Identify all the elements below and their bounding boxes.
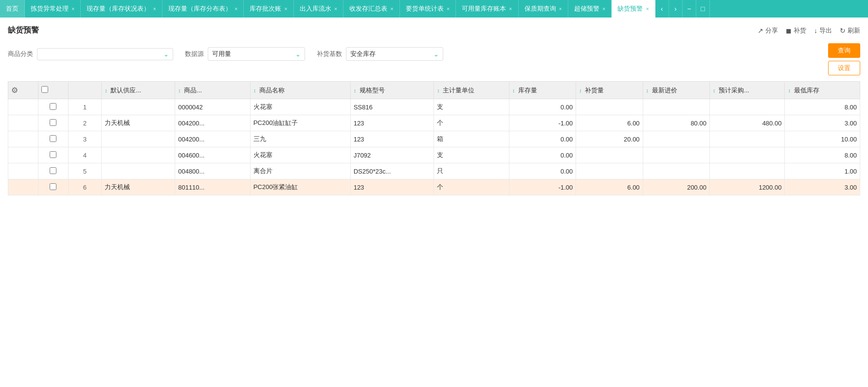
row-price-3 — [643, 131, 709, 147]
tab-close-inout[interactable]: × — [334, 6, 337, 12]
query-button[interactable]: 查询 — [828, 43, 860, 58]
row-checkbox-4[interactable] — [50, 151, 56, 158]
tab-close-available[interactable]: × — [509, 6, 512, 12]
row-name-2: PC200油缸缸子 — [250, 115, 350, 131]
row-code-4: 004600... — [175, 147, 250, 163]
row-min-stock-6: 3.00 — [785, 179, 860, 195]
row-checkbox-5[interactable] — [50, 167, 56, 174]
row-num-2: 2 — [68, 115, 102, 131]
col-header-check — [38, 82, 68, 99]
filter-section: 商品分类 ⌄ 数据源 可用量 ⌄ 补货基数 安全库存 ⌄ — [8, 43, 860, 75]
tab-order-stat[interactable]: 要货单统计表 × — [400, 0, 456, 18]
table-body: 1 0000042 火花塞 SS816 支 0.00 8.00 2 力天机械 0… — [8, 99, 860, 195]
row-stock-1: 0.00 — [509, 99, 576, 115]
replenish-base-label: 补货基数 — [317, 50, 342, 58]
row-unit-4: 支 — [434, 147, 509, 163]
col-header-stock: ↕ 库存量 — [509, 82, 576, 99]
replenish-base-value: 安全库存 — [350, 50, 430, 58]
tab-close-order-stat[interactable]: × — [447, 6, 450, 12]
tab-close-shortage[interactable]: × — [646, 6, 649, 12]
row-unit-6: 个 — [434, 179, 509, 195]
tab-close-abnormal[interactable]: × — [72, 6, 74, 12]
replenish-button[interactable]: ◼ 补货 — [786, 26, 806, 35]
refresh-icon: ↻ — [840, 27, 846, 35]
row-estimated-1 — [709, 99, 784, 115]
row-estimated-5 — [709, 163, 784, 179]
row-stock-5: 0.00 — [509, 163, 576, 179]
sort-min-stock-icon: ↕ — [788, 88, 791, 93]
row-unit-1: 支 — [434, 99, 509, 115]
tab-bar: 首页 拣货异常处理 × 现存量（库存状况表） × 现存量（库存分布表） × 库存… — [0, 0, 868, 18]
tab-overstock[interactable]: 超储预警 × — [568, 0, 612, 18]
settings-gear-icon[interactable]: ⚙ — [11, 86, 18, 94]
datasource-select-value: 可用量 — [212, 50, 291, 58]
tab-close-expiry[interactable]: × — [559, 6, 562, 12]
refresh-button[interactable]: ↻ 刷新 — [840, 26, 860, 35]
tab-stock-status[interactable]: 现存量（库存状况表） × — [81, 0, 162, 18]
datasource-select[interactable]: 可用量 ⌄ — [208, 47, 305, 61]
tab-batch[interactable]: 库存批次账 × — [244, 0, 293, 18]
select-all-checkbox[interactable] — [41, 86, 48, 93]
sort-code-icon: ↕ — [178, 88, 181, 93]
tab-maximize-btn[interactable]: □ — [696, 0, 710, 18]
row-checkbox-6[interactable] — [50, 183, 56, 190]
row-price-1 — [643, 99, 709, 115]
table-row: 4 004600... 火花塞 J7092 支 0.00 8.00 — [8, 147, 860, 163]
row-num-6: 6 — [68, 179, 102, 195]
row-spec-6: 123 — [350, 179, 434, 195]
row-check-cell — [38, 179, 68, 195]
row-price-6: 200.00 — [643, 179, 709, 195]
tab-close-collection[interactable]: × — [390, 6, 393, 12]
row-supplier-1 — [102, 99, 175, 115]
tab-close-overstock[interactable]: × — [602, 6, 605, 12]
row-num-4: 4 — [68, 147, 102, 163]
tab-close-batch[interactable]: × — [284, 6, 287, 12]
sort-unit-icon: ↕ — [437, 88, 440, 93]
row-code-5: 004800... — [175, 163, 250, 179]
col-header-min-stock: ↕ 最低库存 — [785, 82, 860, 99]
replenish-base-select[interactable]: 安全库存 ⌄ — [346, 47, 443, 61]
row-min-stock-2: 3.00 — [785, 115, 860, 131]
export-button[interactable]: ↓ 导出 — [814, 26, 832, 35]
row-check-cell — [38, 99, 68, 115]
row-checkbox-2[interactable] — [50, 119, 56, 126]
category-dropdown-icon: ⌄ — [163, 51, 169, 58]
datasource-dropdown-icon: ⌄ — [295, 51, 301, 58]
col-header-replenish: ↕ 补货量 — [576, 82, 643, 99]
tab-next-btn[interactable]: › — [669, 0, 683, 18]
row-supplier-6: 力天机械 — [102, 179, 175, 195]
tab-home[interactable]: 首页 — [0, 0, 25, 18]
tab-close-stock-dist[interactable]: × — [235, 6, 237, 12]
settings-button[interactable]: 设置 — [828, 61, 860, 75]
row-checkbox-1[interactable] — [50, 103, 56, 110]
row-supplier-2: 力天机械 — [102, 115, 175, 131]
tab-collection[interactable]: 收发存汇总表 × — [344, 0, 399, 18]
tab-minimize-btn[interactable]: − — [683, 0, 696, 18]
table-row: 3 004200... 三九 123 箱 0.00 20.00 10.00 — [8, 131, 860, 147]
table-row: 6 力天机械 801110... PC200张紧油缸 123 个 -1.00 6… — [8, 179, 860, 195]
sort-supplier-icon: ↕ — [105, 88, 108, 93]
col-header-spec: ↕ 规格型号 — [350, 82, 434, 99]
tab-shortage[interactable]: 缺货预警 × — [612, 0, 655, 18]
tab-stock-dist[interactable]: 现存量（库存分布表） × — [163, 0, 244, 18]
tab-available[interactable]: 可用量库存账本 × — [456, 0, 518, 18]
row-settings-cell — [8, 115, 38, 131]
row-checkbox-3[interactable] — [50, 135, 56, 142]
tab-prev-btn[interactable]: ‹ — [655, 0, 669, 18]
row-name-4: 火花塞 — [250, 147, 350, 163]
tab-inout[interactable]: 出入库流水 × — [294, 0, 344, 18]
col-header-unit: ↕ 主计量单位 — [434, 82, 509, 99]
row-spec-3: 123 — [350, 131, 434, 147]
filter-actions: 查询 设置 — [828, 43, 860, 75]
row-min-stock-4: 8.00 — [785, 147, 860, 163]
row-code-3: 004200... — [175, 131, 250, 147]
row-supplier-5 — [102, 163, 175, 179]
share-button[interactable]: ↗ 分享 — [758, 26, 778, 35]
tab-abnormal[interactable]: 拣货异常处理 × — [25, 0, 81, 18]
category-select[interactable]: ⌄ — [37, 48, 173, 60]
tab-close-stock-status[interactable]: × — [153, 6, 156, 12]
row-num-3: 3 — [68, 131, 102, 147]
tab-expiry[interactable]: 保质期查询 × — [519, 0, 568, 18]
row-estimated-6: 1200.00 — [709, 179, 784, 195]
col-header-code: ↕ 商品... — [175, 82, 250, 99]
